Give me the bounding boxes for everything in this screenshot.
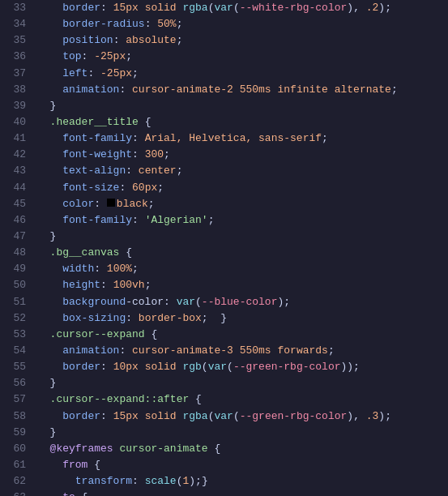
token: 60px bbox=[132, 182, 157, 194]
token: } bbox=[37, 377, 56, 389]
code-line: border-radius: 50%; bbox=[37, 16, 448, 32]
token: : bbox=[132, 132, 145, 144]
token: ; bbox=[322, 132, 328, 144]
token: --green-rbg-color bbox=[240, 410, 348, 422]
token: : bbox=[119, 344, 132, 357]
token: border-box bbox=[139, 312, 202, 324]
token: ; bbox=[391, 83, 398, 96]
color-swatch-icon bbox=[107, 199, 115, 207]
token: font-family bbox=[37, 132, 132, 144]
token: ; bbox=[177, 34, 183, 46]
token: text-align bbox=[37, 165, 126, 177]
token: 100vh bbox=[113, 279, 145, 291]
token: ; bbox=[164, 148, 170, 160]
token: border bbox=[37, 361, 100, 373]
token: ( bbox=[233, 2, 240, 14]
code-line: color: black; bbox=[37, 196, 448, 212]
token: ); bbox=[277, 296, 290, 308]
line-number: 49 bbox=[6, 261, 26, 277]
token: : bbox=[100, 361, 113, 373]
token: 550ms bbox=[240, 83, 271, 96]
token: : bbox=[126, 165, 139, 177]
token: { bbox=[189, 393, 202, 405]
line-number: 60 bbox=[6, 441, 26, 457]
token: .header__title bbox=[37, 116, 139, 128]
code-line: .header__title { bbox=[37, 114, 448, 130]
line-number: 61 bbox=[6, 457, 26, 473]
token: .bg__canvas bbox=[37, 246, 119, 259]
line-number: 41 bbox=[6, 130, 26, 147]
code-line: transform: scale(1);} bbox=[37, 473, 448, 490]
line-number: 43 bbox=[6, 163, 26, 179]
code-line: top: -25px; bbox=[37, 49, 448, 65]
token: : bbox=[100, 2, 113, 14]
token: ; } bbox=[202, 312, 227, 324]
token: ; bbox=[157, 182, 164, 194]
token: rgba bbox=[182, 2, 207, 14]
line-number: 55 bbox=[6, 359, 26, 375]
line-number: 38 bbox=[6, 82, 26, 98]
code-line: .bg__canvas { bbox=[37, 245, 448, 261]
line-number: 33 bbox=[6, 0, 26, 16]
token: : bbox=[82, 50, 95, 62]
token: ); bbox=[378, 410, 391, 422]
code-line: } bbox=[37, 98, 448, 114]
token: forwards bbox=[271, 344, 328, 357]
token: ; bbox=[145, 279, 151, 291]
token: .3 bbox=[366, 410, 379, 422]
token: ( bbox=[202, 361, 208, 373]
token: var bbox=[208, 361, 227, 373]
token: ); bbox=[378, 2, 391, 14]
line-number: 47 bbox=[6, 229, 26, 245]
token: )); bbox=[341, 361, 360, 373]
token: : bbox=[87, 67, 100, 79]
code-line: font-family: Arial, Helvetica, sans-seri… bbox=[37, 130, 448, 147]
token: border-radius bbox=[37, 18, 145, 30]
code-line: width: 100%; bbox=[37, 261, 448, 277]
token: -color: bbox=[126, 296, 176, 308]
token: 550ms bbox=[240, 344, 271, 357]
line-number: 62 bbox=[6, 473, 26, 490]
code-line: font-family: 'Algerian'; bbox=[37, 212, 448, 229]
token: { bbox=[119, 246, 132, 259]
token: .cursor--expand::after bbox=[37, 393, 189, 405]
line-number: 53 bbox=[6, 327, 26, 343]
code-line: border: 15px solid rgba(var(--green-rbg-… bbox=[37, 408, 448, 425]
token: ; bbox=[132, 263, 139, 275]
code-line: } bbox=[37, 375, 448, 391]
token: cursor-animate-3 bbox=[132, 344, 240, 357]
token: .cursor--expand bbox=[37, 328, 145, 340]
token: ; bbox=[208, 214, 215, 226]
token: { bbox=[145, 328, 158, 340]
token: font-size bbox=[37, 182, 119, 194]
code-line: background-color: var(--blue-color); bbox=[37, 294, 448, 310]
code-line: .cursor--expand { bbox=[37, 327, 448, 343]
line-number: 44 bbox=[6, 180, 26, 196]
code-line: animation: cursor-animate-2 550ms infini… bbox=[37, 82, 448, 98]
line-number: 50 bbox=[6, 277, 26, 293]
line-number: 48 bbox=[6, 245, 26, 261]
token: ; bbox=[148, 198, 155, 210]
token: animation bbox=[37, 83, 119, 96]
token: font-weight bbox=[37, 148, 132, 160]
code-editor: 3334353637383940414243444546474849505152… bbox=[0, 0, 448, 496]
token: : bbox=[100, 410, 113, 422]
token: infinite alternate bbox=[271, 83, 391, 96]
line-number: 40 bbox=[6, 114, 26, 130]
line-number: 35 bbox=[6, 32, 26, 49]
token: : bbox=[119, 182, 132, 194]
line-number: 45 bbox=[6, 196, 26, 212]
line-number: 57 bbox=[6, 391, 26, 408]
token: : bbox=[100, 279, 113, 291]
token: .2 bbox=[366, 2, 379, 14]
code-line: font-weight: 300; bbox=[37, 147, 448, 163]
line-number: 58 bbox=[6, 408, 26, 425]
code-line: .cursor--expand::after { bbox=[37, 391, 448, 408]
token: { bbox=[87, 459, 100, 471]
token: 15px solid bbox=[113, 410, 183, 422]
token: left bbox=[37, 67, 87, 79]
token: var bbox=[214, 2, 233, 14]
token: center bbox=[139, 165, 177, 177]
line-number: 34 bbox=[6, 16, 26, 32]
token: 10px solid bbox=[113, 361, 183, 373]
